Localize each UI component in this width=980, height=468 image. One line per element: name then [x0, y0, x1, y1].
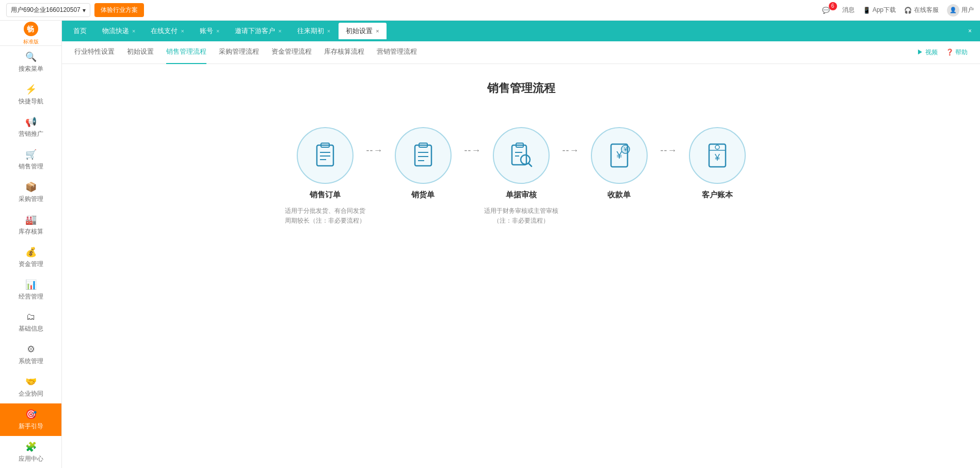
- sidebar-icon-sales-mgmt: 🛒: [25, 149, 37, 160]
- nav-tab-logistics[interactable]: 物流快递×: [95, 23, 142, 39]
- flow-arrow-1: - - →: [366, 127, 382, 156]
- nav-tab-close-logistics[interactable]: ×: [132, 28, 135, 34]
- sub-tab-inventory-flow[interactable]: 库存核算流程: [324, 41, 364, 64]
- user-profile-item[interactable]: 👤 用户: [947, 4, 974, 17]
- flow-step-customer-ledger[interactable]: ¥ 客户账本: [676, 127, 759, 200]
- flow-step-sales-invoice[interactable]: 销货单: [382, 127, 464, 200]
- user-name-label: 用户: [961, 6, 974, 14]
- sidebar-label-quick-nav: 快捷导航: [19, 97, 43, 106]
- sidebar-icon-purchase-mgmt: 📦: [25, 181, 37, 193]
- sub-tab-purchase-flow[interactable]: 采购管理流程: [219, 41, 259, 64]
- app-download-icon: 📱: [863, 7, 871, 14]
- flow-step-title-customer-ledger: 客户账本: [702, 190, 733, 200]
- nav-tabs-list: 首页物流快递×在线支付×账号×邀请下游客户×往来期初×初始设置×: [66, 23, 387, 39]
- nav-tab-close-online-pay[interactable]: ×: [181, 28, 184, 34]
- sidebar-item-search-menu[interactable]: 🔍搜索菜单: [0, 46, 61, 79]
- sidebar-label-ops-mgmt: 经营管理: [19, 292, 43, 301]
- top-bar-right: 💬 6 消息 📱 App下载 🎧 在线客服 👤 用户: [822, 4, 974, 17]
- sub-tab-industry-settings[interactable]: 行业特性设置: [74, 41, 115, 64]
- nav-tab-home[interactable]: 首页: [66, 23, 94, 39]
- flow-step-title-sales-invoice: 销货单: [411, 190, 435, 200]
- flow-step-doc-audit[interactable]: 单据审核 适用于财务审核或主管审核（注：非必要流程）: [480, 127, 563, 226]
- sub-tab-finance-flow[interactable]: 资金管理流程: [271, 41, 312, 64]
- flow-arrow-4: - - →: [661, 127, 676, 156]
- arrow-icon-4: - - →: [661, 145, 676, 156]
- flow-diagram: 销售订单 适用于分批发货、有合同发货周期较长（注：非必要流程） - - → 销货…: [83, 127, 959, 226]
- sidebar-label-marketing-promo: 营销推广: [19, 130, 43, 138]
- logo-icon: 畅: [23, 21, 39, 37]
- sub-tab-marketing-flow[interactable]: 营销管理流程: [377, 41, 417, 64]
- main-layout: 畅 标准版 🔍搜索菜单⚡快捷导航📢营销推广🛒销售管理📦采购管理🏭库存核算💰资金管…: [0, 21, 980, 468]
- flow-circle-sales-order: [297, 127, 354, 184]
- avatar: 👤: [947, 4, 959, 17]
- sidebar-icon-marketing-promo: 📢: [25, 116, 37, 128]
- flow-step-desc-sales-order: 适用于分批发货、有合同发货周期较长（注：非必要流程）: [284, 206, 366, 226]
- sidebar-item-sys-mgmt[interactable]: ⚙系统管理: [0, 338, 61, 371]
- flow-step-title-sales-order: 销售订单: [310, 190, 341, 200]
- nav-tab-label-account: 账号: [200, 26, 213, 36]
- content-area: 行业特性设置初始设置销售管理流程采购管理流程资金管理流程库存核算流程营销管理流程…: [62, 41, 980, 468]
- sidebar-item-enterprise-collab[interactable]: 🤝企业协同: [0, 371, 61, 403]
- main-content: 首页物流快递×在线支付×账号×邀请下游客户×往来期初×初始设置× × 行业特性设…: [62, 21, 980, 468]
- sidebar-item-inventory[interactable]: 🏭库存核算: [0, 209, 61, 241]
- nav-tab-close-initial-setup[interactable]: ×: [376, 28, 379, 34]
- sidebar-item-finance-mgmt[interactable]: 💰资金管理: [0, 241, 61, 274]
- nav-tab-label-online-pay: 在线支付: [151, 26, 178, 36]
- page-body: 销售管理流程 销售订单 适用于分批发货、有合同发货周期较长（注：非必要流程） -…: [62, 64, 980, 468]
- nav-tab-account[interactable]: 账号×: [192, 23, 227, 39]
- app-download-item[interactable]: 📱 App下载: [863, 6, 896, 14]
- help-icon: ❓: [946, 49, 954, 56]
- arrow-icon-2: - - →: [464, 145, 480, 156]
- sub-tab-initial-setup[interactable]: 初始设置: [127, 41, 154, 64]
- sidebar-item-app-center[interactable]: 🧩应用中心: [0, 436, 61, 468]
- svg-rect-7: [415, 145, 431, 166]
- arrow-icon-1: - - →: [366, 145, 382, 156]
- sidebar-label-inventory: 库存核算: [19, 227, 43, 236]
- flow-step-receipt[interactable]: ¥¥ 收款单: [578, 127, 661, 200]
- nav-tab-close-period-initial[interactable]: ×: [327, 28, 330, 34]
- message-label: 消息: [842, 6, 855, 14]
- close-all-tabs[interactable]: ×: [964, 27, 976, 35]
- nav-tab-label-logistics: 物流快递: [102, 26, 129, 36]
- sidebar-item-new-guide[interactable]: 🎯新手引导: [0, 403, 61, 436]
- sidebar-logo: 畅 标准版: [0, 21, 61, 46]
- sidebar-item-marketing-promo[interactable]: 📢营销推广: [0, 111, 61, 144]
- help-link[interactable]: ❓ 帮助: [946, 48, 968, 57]
- experience-button[interactable]: 体验行业方案: [94, 3, 144, 17]
- online-service-item[interactable]: 🎧 在线客服: [904, 6, 939, 14]
- sidebar-icon-ops-mgmt: 📊: [25, 279, 37, 290]
- sidebar-item-purchase-mgmt[interactable]: 📦采购管理: [0, 176, 61, 209]
- flow-step-title-doc-audit: 单据审核: [506, 190, 537, 200]
- page-title: 销售管理流程: [83, 81, 959, 96]
- nav-tab-online-pay[interactable]: 在线支付×: [143, 23, 191, 39]
- user-selector[interactable]: 用户690企业1660120507 ▾: [6, 3, 90, 17]
- flow-arrow-3: - - →: [563, 127, 578, 156]
- nav-tab-initial-setup[interactable]: 初始设置×: [339, 23, 386, 39]
- nav-tab-close-invite-downstream[interactable]: ×: [278, 28, 281, 34]
- nav-tab-invite-downstream[interactable]: 邀请下游客户×: [228, 23, 288, 39]
- sidebar-item-quick-nav[interactable]: ⚡快捷导航: [0, 79, 61, 111]
- sidebar-label-sales-mgmt: 销售管理: [19, 162, 43, 171]
- svg-text:畅: 畅: [27, 25, 34, 33]
- sidebar-item-sales-mgmt[interactable]: 🛒销售管理: [0, 144, 61, 176]
- sidebar-item-basic-info[interactable]: 🗂基础信息: [0, 306, 61, 338]
- sidebar-label-finance-mgmt: 资金管理: [19, 260, 43, 269]
- flow-step-sales-order[interactable]: 销售订单 适用于分批发货、有合同发货周期较长（注：非必要流程）: [284, 127, 366, 226]
- sidebar-label-enterprise-collab: 企业协同: [19, 389, 43, 398]
- flow-arrow-2: - - →: [464, 127, 480, 156]
- headset-icon: 🎧: [904, 7, 912, 14]
- sidebar-item-ops-mgmt[interactable]: 📊经营管理: [0, 274, 61, 306]
- svg-line-15: [528, 163, 532, 166]
- nav-tab-period-initial[interactable]: 往来期初×: [290, 23, 338, 39]
- nav-tab-close-account[interactable]: ×: [216, 28, 219, 34]
- sub-tabs-left: 行业特性设置初始设置销售管理流程采购管理流程资金管理流程库存核算流程营销管理流程: [74, 41, 417, 64]
- sidebar-icon-finance-mgmt: 💰: [25, 246, 37, 258]
- video-link[interactable]: ▶ 视频: [917, 48, 937, 57]
- sidebar-label-search-menu: 搜索菜单: [19, 65, 43, 73]
- sidebar-label-purchase-mgmt: 采购管理: [19, 195, 43, 204]
- svg-text:¥: ¥: [623, 146, 627, 152]
- svg-text:¥: ¥: [714, 152, 720, 163]
- sub-tab-sales-flow[interactable]: 销售管理流程: [166, 41, 206, 64]
- message-item[interactable]: 💬 6 消息: [822, 6, 855, 14]
- sidebar-icon-new-guide: 🎯: [25, 409, 37, 420]
